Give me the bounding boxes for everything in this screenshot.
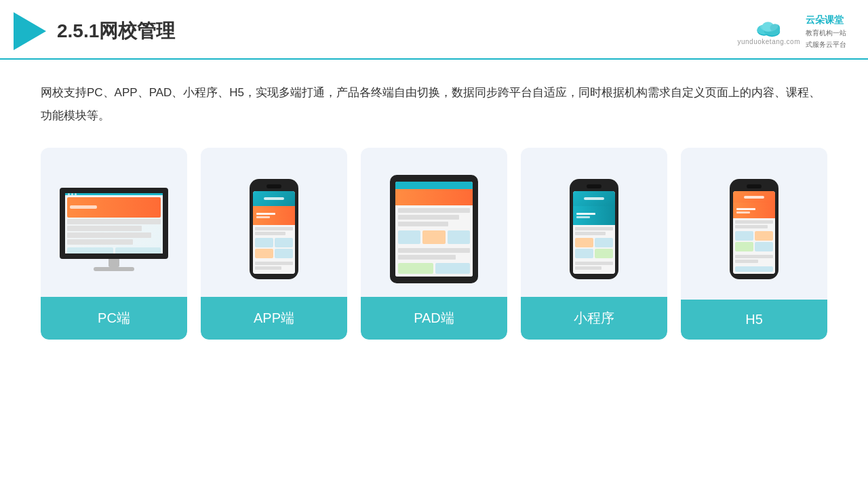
card-miniprogram-image (521, 161, 667, 297)
brand-logo: yunduoketang.com 云朵课堂 教育机构一站式服务云平台 (737, 13, 846, 49)
card-pad-image (361, 161, 507, 297)
header: 2.5.1网校管理 yunduoketang.com (0, 0, 868, 60)
card-pc-image (41, 161, 187, 297)
brand-service: 教育机构一站式服务云平台 (806, 29, 846, 48)
card-app-image (201, 161, 347, 297)
brand-tagline: 云朵课堂 教育机构一站式服务云平台 (806, 13, 846, 49)
monitor-screen (60, 188, 168, 259)
description-text: 网校支持PC、APP、PAD、小程序、H5，实现多端打通，产品各终端自由切换，数… (41, 81, 827, 127)
card-app-label: APP端 (201, 297, 347, 340)
card-miniprogram-label: 小程序 (521, 297, 667, 340)
brand-url: yunduoketang.com (737, 38, 800, 45)
card-pc-label: PC端 (41, 297, 187, 340)
card-miniprogram: 小程序 (521, 148, 667, 340)
card-pc: PC端 (41, 148, 187, 340)
card-pad: PAD端 (361, 148, 507, 340)
page-title: 2.5.1网校管理 (57, 18, 175, 44)
card-h5-label: H5 (681, 300, 827, 340)
header-right: yunduoketang.com 云朵课堂 教育机构一站式服务云平台 (737, 13, 846, 49)
phone-mock-app (250, 179, 298, 279)
content: 网校支持PC、APP、PAD、小程序、H5，实现多端打通，产品各终端自由切换，数… (0, 60, 868, 353)
phone-mock-mini (570, 179, 618, 279)
cards-container: PC端 (41, 148, 827, 340)
card-app: APP端 (201, 148, 347, 340)
card-pad-label: PAD端 (361, 297, 507, 340)
cloud-icon: yunduoketang.com (737, 18, 800, 45)
logo-triangle-icon (14, 12, 46, 50)
svg-point-8 (760, 20, 778, 32)
phone-mock-h5 (730, 179, 778, 279)
header-left: 2.5.1网校管理 (14, 12, 175, 50)
brand-name: 云朵课堂 (806, 14, 844, 25)
card-h5: H5 (681, 148, 827, 340)
tablet-mock (390, 175, 478, 283)
monitor-mock (60, 188, 168, 271)
card-h5-image (681, 161, 827, 297)
